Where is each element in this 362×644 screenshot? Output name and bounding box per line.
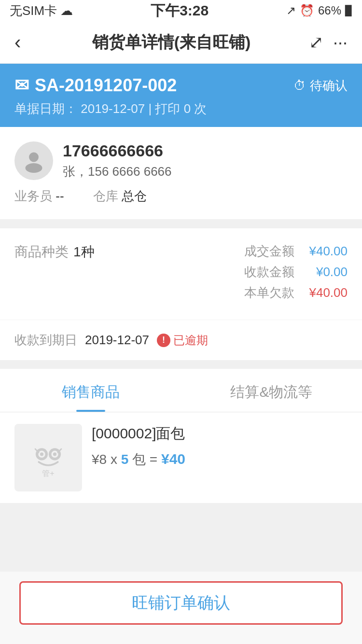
sales-value: -- — [56, 189, 64, 203]
warehouse-label: 仓库 — [93, 189, 118, 203]
sales-item: 业务员 -- — [14, 188, 64, 205]
amount-row: 成交金额 ¥40.00 — [244, 243, 348, 260]
alarm-icon: ⏰ — [300, 4, 314, 17]
product-name-text: 面包 — [156, 425, 185, 441]
customer-avatar — [14, 141, 53, 180]
customer-row: 17666666666 张，156 6666 6666 — [14, 141, 348, 180]
back-button[interactable]: ‹ — [14, 31, 43, 53]
debt-label: 本单欠款 — [244, 284, 294, 301]
status-text: 待确认 — [310, 77, 348, 94]
due-date-value: 2019-12-07 — [85, 333, 149, 348]
overdue-text: 已逾期 — [173, 333, 208, 348]
product-info: [0000002]面包 ¥8 x 5 包 = ¥40 — [92, 424, 348, 469]
nav-right-actions: ⤢ ··· — [299, 32, 348, 53]
product-type-label: 商品种类 — [14, 243, 69, 261]
page-title: 销货单详情(来自旺铺) — [43, 31, 299, 54]
battery-status: 66% — [318, 4, 341, 17]
quantity: 5 — [121, 452, 129, 467]
customer-name: 张，156 6666 6666 — [63, 163, 348, 180]
status-bar: 无SIM卡 ☁ 下午3:28 ↗ ⏰ 66% ▉ — [0, 0, 362, 21]
print-unit: 次 — [194, 101, 207, 116]
sales-label: 业务员 — [14, 189, 52, 203]
order-id-row: ✉ SA-20191207-002 ⏱ 待确认 — [14, 75, 348, 96]
price-multiply: x — [111, 452, 121, 467]
date-label: 单据日期： — [14, 101, 77, 116]
tab-settlement[interactable]: 结算&物流等 — [181, 369, 362, 412]
due-label: 收款到期日 — [14, 332, 77, 349]
nav-bar: ‹ 销货单详情(来自旺铺) ⤢ ··· — [0, 21, 362, 64]
status-bar-time: 下午3:28 — [151, 1, 209, 21]
sim-status: 无SIM卡 ☁ — [10, 2, 73, 19]
summary-left: 商品种类 1种 — [14, 243, 95, 261]
product-price: ¥8 x 5 包 = ¥40 — [92, 450, 348, 469]
product-name: [0000002]面包 — [92, 424, 348, 444]
more-icon[interactable]: ··· — [333, 32, 348, 53]
product-list: 管+ [0000002]面包 ¥8 x 5 包 = ¥40 — [0, 412, 362, 503]
customer-info: 17666666666 张，156 6666 6666 — [63, 141, 348, 180]
summary-section: 商品种类 1种 成交金额 ¥40.00 收款金额 ¥0.00 本单欠款 ¥40.… — [0, 228, 362, 320]
summary-right: 成交金额 ¥40.00 收款金额 ¥0.00 本单欠款 ¥40.00 — [244, 243, 348, 305]
warehouse-value: 总仓 — [122, 189, 147, 203]
svg-text:管+: 管+ — [42, 469, 54, 477]
warehouse-item: 仓库 总仓 — [93, 188, 147, 205]
overdue-badge: ! 已逾期 — [157, 333, 208, 348]
product-type-item: 商品种类 1种 — [14, 243, 95, 261]
tabs-header: 销售商品 结算&物流等 — [0, 369, 362, 412]
equals: = — [150, 452, 161, 467]
amount-value: ¥40.00 — [309, 244, 348, 259]
order-date-value: 2019-12-07 — [81, 101, 145, 116]
debt-row: 本单欠款 ¥40.00 — [244, 284, 348, 301]
status-bar-left: 无SIM卡 ☁ — [10, 2, 73, 19]
status-clock-icon: ⏱ — [293, 78, 306, 93]
order-header: ✉ SA-20191207-002 ⏱ 待确认 单据日期： 2019-12-07… — [0, 64, 362, 127]
print-label: | 打印 — [148, 101, 180, 116]
due-section: 收款到期日 2019-12-07 ! 已逾期 — [0, 320, 362, 360]
customer-section: 17666666666 张，156 6666 6666 业务员 -- 仓库 总仓 — [0, 127, 362, 220]
product-image: 管+ — [14, 424, 82, 491]
debt-value: ¥40.00 — [309, 285, 348, 300]
product-type-value: 1种 — [73, 243, 95, 261]
svg-point-0 — [29, 153, 39, 162]
order-id-text: SA-20191207-002 — [35, 75, 177, 96]
order-icon: ✉ — [14, 75, 29, 96]
svg-point-7 — [53, 452, 56, 456]
share-icon[interactable]: ⤢ — [309, 32, 323, 53]
order-id: ✉ SA-20191207-002 — [14, 75, 177, 96]
received-label: 收款金额 — [244, 264, 294, 280]
overdue-icon: ! — [157, 334, 170, 347]
bottom-area: 旺铺订单确认 — [0, 572, 362, 644]
svg-point-6 — [40, 452, 43, 456]
total-price: ¥40 — [161, 451, 185, 467]
print-count: 0 — [184, 101, 191, 116]
order-date-row: 单据日期： 2019-12-07 | 打印 0 次 — [14, 100, 348, 117]
unit-price: ¥8 — [92, 452, 107, 467]
product-code: [0000002] — [92, 425, 156, 441]
tabs-section: 销售商品 结算&物流等 管+ — [0, 360, 362, 503]
due-row: 收款到期日 2019-12-07 ! 已逾期 — [14, 332, 348, 349]
order-status: ⏱ 待确认 — [293, 77, 348, 94]
confirm-order-button[interactable]: 旺铺订单确认 — [19, 581, 343, 625]
received-row: 收款金额 ¥0.00 — [244, 264, 348, 280]
tab-sales-products[interactable]: 销售商品 — [0, 369, 181, 412]
customer-phone: 17666666666 — [63, 141, 348, 160]
status-bar-right: ↗ ⏰ 66% ▉ — [286, 4, 352, 17]
summary-row: 商品种类 1种 成交金额 ¥40.00 收款金额 ¥0.00 本单欠款 ¥40.… — [14, 243, 348, 305]
divider-1 — [0, 220, 362, 228]
customer-meta: 业务员 -- 仓库 总仓 — [14, 188, 348, 205]
location-icon: ↗ — [286, 4, 296, 17]
product-item: 管+ [0000002]面包 ¥8 x 5 包 = ¥40 — [14, 424, 348, 491]
amount-label: 成交金额 — [244, 243, 294, 260]
received-value: ¥0.00 — [316, 265, 348, 280]
unit: 包 — [132, 452, 146, 467]
svg-point-1 — [26, 163, 42, 173]
battery-icon: ▉ — [345, 5, 352, 16]
